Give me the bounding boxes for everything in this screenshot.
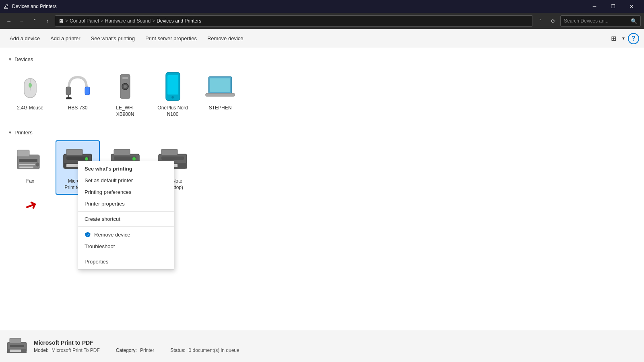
svg-rect-25 (66, 149, 83, 155)
device-item-phone[interactable]: OnePlus Nord N100 (151, 67, 195, 121)
devices-section-header[interactable]: ▼ Devices (8, 56, 636, 62)
status-model-field: Model: Microsoft Print To PDF (34, 348, 100, 353)
laptop-icon (204, 71, 236, 103)
fax-icon (14, 144, 46, 177)
status-category-value: Printer (140, 348, 154, 353)
print-server-button[interactable]: Print server properties (140, 31, 202, 46)
address-dropdown-button[interactable]: ˅ (535, 15, 546, 27)
main-content: ▼ Devices 2.4G Mouse (0, 48, 644, 330)
svg-point-22 (35, 162, 39, 167)
svg-rect-45 (10, 350, 21, 352)
breadcrumb-hardware-sound[interactable]: Hardware and Sound (105, 18, 151, 24)
see-printing-button[interactable]: See what's printing (86, 31, 140, 46)
svg-rect-18 (17, 150, 29, 156)
svg-point-34 (132, 157, 136, 160)
search-placeholder: Search Devices an... (564, 18, 629, 24)
title-bar-left: 🖨 Devices and Printers (3, 3, 57, 10)
address-bar: ← → ˅ ↑ 🖥 > Control Panel > Hardware and… (0, 13, 644, 29)
svg-rect-10 (122, 77, 128, 79)
recent-button[interactable]: ˅ (29, 15, 40, 27)
status-category-label: Category: (116, 348, 137, 353)
phone-icon (157, 71, 189, 103)
status-model-value: Microsoft Print To PDF (52, 348, 100, 353)
red-arrow-indicator: ➜ (23, 195, 40, 216)
status-status-label: Status: (170, 348, 185, 353)
device-item-mouse[interactable]: 2.4G Mouse (8, 67, 52, 121)
device-label-headset: HBS-730 (68, 105, 88, 111)
svg-rect-16 (206, 93, 235, 97)
status-info: Microsoft Print to PDF Model: Microsoft … (34, 339, 239, 353)
svg-rect-36 (161, 156, 184, 160)
ctx-printer-props[interactable]: Printer properties (78, 198, 174, 210)
headset-icon (62, 71, 94, 103)
help-button[interactable]: ? (628, 33, 639, 44)
device-label-laptop: STEPHEN (209, 105, 232, 111)
device-item-laptop[interactable]: STEPHEN (198, 67, 242, 121)
remove-device-button[interactable]: Remove device (202, 31, 248, 46)
add-device-button[interactable]: Add a device (5, 31, 45, 46)
ctx-printer-props-label: Printer properties (85, 201, 125, 207)
printers-section-header[interactable]: ▼ Printers (8, 130, 636, 136)
back-button[interactable]: ← (3, 15, 14, 27)
svg-rect-3 (66, 87, 71, 95)
title-bar: 🖨 Devices and Printers ─ ❐ ✕ (0, 0, 644, 13)
status-model-label: Model: (34, 348, 48, 353)
printers-chevron-icon: ▼ (8, 130, 12, 135)
ctx-create-shortcut[interactable]: Create shortcut (78, 213, 174, 225)
view-options-button[interactable]: ⊞ (608, 33, 619, 44)
device-item-headset[interactable]: HBS-730 (56, 67, 100, 121)
ctx-set-default[interactable]: Set as default printer (78, 175, 174, 186)
printer-label-fax: Fax (26, 178, 34, 185)
svg-point-2 (29, 83, 32, 88)
ctx-printing-prefs[interactable]: Printing preferences (78, 186, 174, 198)
ctx-create-shortcut-label: Create shortcut (85, 216, 120, 222)
breadcrumb-control-panel[interactable]: Control Panel (70, 18, 99, 24)
ctx-troubleshoot-label: Troubleshoot (85, 243, 115, 249)
minimize-button[interactable]: ─ (585, 0, 604, 13)
app-icon: 🖨 (3, 3, 9, 10)
device-label-phone: OnePlus Nord N100 (157, 105, 188, 117)
svg-rect-42 (10, 345, 24, 347)
search-box[interactable]: Search Devices an... 🔍 (560, 15, 641, 27)
svg-rect-37 (161, 149, 178, 155)
device-item-speaker[interactable]: LE_WH-XB900N (103, 67, 147, 121)
window-controls: ─ ❐ ✕ (585, 0, 641, 13)
ctx-see-printing[interactable]: See what's printing (78, 163, 174, 175)
up-button[interactable]: ↑ (42, 15, 53, 27)
ctx-remove-device-label: Remove device (94, 232, 130, 238)
app-title: Devices and Printers (12, 4, 57, 9)
status-printer-icon (6, 336, 27, 357)
close-button[interactable]: ✕ (622, 0, 641, 13)
refresh-button[interactable]: ⟳ (547, 15, 559, 27)
status-bar: Microsoft Print to PDF Model: Microsoft … (0, 330, 644, 362)
printer-item-fax[interactable]: Fax (8, 140, 52, 195)
svg-rect-15 (210, 78, 230, 92)
view-dropdown-icon: ▼ (621, 36, 625, 41)
svg-rect-20 (19, 164, 37, 165)
breadcrumb-current[interactable]: Devices and Printers (157, 18, 201, 24)
svg-rect-19 (19, 159, 37, 162)
mouse-icon (14, 71, 46, 103)
status-device-name: Microsoft Print to PDF (34, 339, 239, 346)
svg-point-28 (85, 157, 88, 160)
add-printer-button[interactable]: Add a printer (45, 31, 85, 46)
context-menu: See what's printing Set as default print… (78, 161, 174, 269)
forward-button[interactable]: → (16, 15, 27, 27)
maximize-button[interactable]: ❐ (604, 0, 622, 13)
ctx-troubleshoot[interactable]: Troubleshoot (78, 241, 174, 252)
svg-rect-4 (85, 87, 90, 95)
address-input[interactable]: 🖥 > Control Panel > Hardware and Sound >… (55, 15, 533, 27)
svg-point-9 (124, 85, 127, 88)
speaker-icon (109, 71, 141, 103)
devices-section-label: Devices (14, 56, 33, 62)
status-status-value: 0 document(s) in queue (189, 348, 239, 353)
ctx-properties-label: Properties (85, 259, 108, 265)
ctx-set-default-label: Set as default printer (85, 177, 133, 183)
toolbar: Add a device Add a printer See what's pr… (0, 29, 644, 48)
status-category-field: Category: Printer (116, 348, 154, 353)
svg-rect-31 (114, 149, 130, 155)
ctx-properties[interactable]: Properties (78, 256, 174, 267)
ctx-remove-device[interactable]: ✓ Remove device (78, 228, 174, 241)
svg-rect-6 (66, 97, 72, 99)
device-label-mouse: 2.4G Mouse (17, 105, 43, 111)
